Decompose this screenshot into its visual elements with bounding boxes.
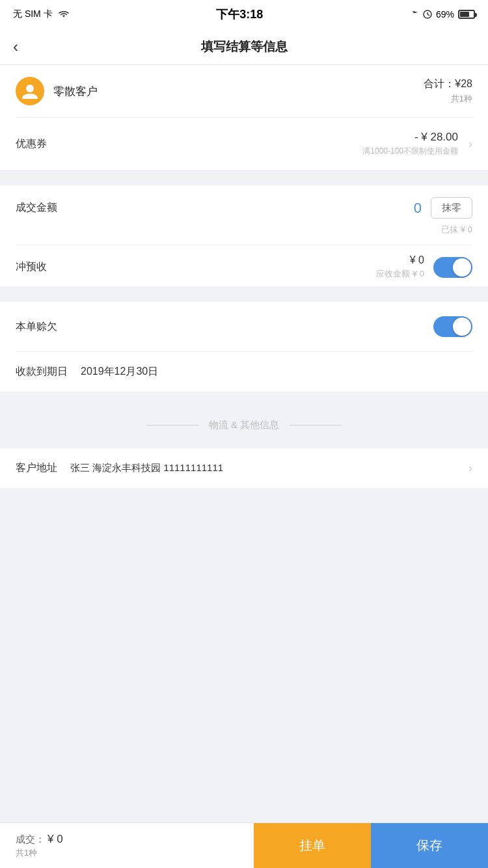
- deal-amount-value[interactable]: 0: [414, 200, 422, 217]
- back-button[interactable]: ‹: [13, 38, 18, 56]
- due-date-value[interactable]: 2019年12月30日: [81, 365, 158, 379]
- gap-3: [0, 400, 488, 407]
- status-left: 无 SIM 卡: [13, 8, 70, 20]
- chevron-right-icon: ›: [468, 137, 472, 151]
- avatar: [16, 77, 44, 105]
- deal-amount-input-area: 0 抹零: [414, 197, 472, 219]
- status-time: 下午3:18: [216, 7, 263, 22]
- save-button[interactable]: 保存: [371, 823, 488, 869]
- address-row[interactable]: 客户地址 张三 海淀永丰科技园 11111111111 ›: [0, 448, 488, 488]
- coupon-right-area: - ¥ 28.00 满1000-100不限制使用金额 ›: [362, 131, 472, 157]
- gap-7: [0, 511, 488, 519]
- due-date-row: 收款到期日 2019年12月30日: [0, 352, 488, 392]
- prepaid-row: 冲预收 ¥ 0 应收金额 ¥ 0: [0, 245, 488, 286]
- bottom-summary: 成交： ¥ 0 共1种: [0, 833, 254, 859]
- gap-5: [0, 496, 488, 504]
- address-label: 客户地址: [16, 461, 57, 475]
- bottom-bar: 成交： ¥ 0 共1种 挂单 保存: [0, 822, 488, 868]
- customer-row: 零散客户 合计：¥28 共1种: [0, 65, 488, 117]
- bottom-deal-amount: ¥ 0: [47, 833, 63, 846]
- nav-bar: ‹ 填写结算等信息: [0, 29, 488, 65]
- address-value: 张三 海淀永丰科技园 11111111111: [70, 462, 465, 474]
- battery-percent: 69%: [436, 9, 454, 20]
- logistics-section: 物流 & 其他信息: [0, 407, 488, 441]
- deal-amount-row: 成交金额 0 抹零: [0, 185, 488, 224]
- total-count: 共1种: [424, 93, 472, 105]
- credit-section: 本单赊欠 收款到期日 2019年12月30日: [0, 302, 488, 392]
- coupon-desc: 满1000-100不限制使用金额: [362, 146, 458, 157]
- total-amount: 合计：¥28: [424, 77, 472, 91]
- customer-info: 零散客户: [16, 77, 98, 105]
- receivable-amount: 应收金额 ¥ 0: [376, 268, 424, 280]
- customer-name: 零散客户: [53, 84, 98, 99]
- customer-total: 合计：¥28 共1种: [424, 77, 472, 105]
- wifi-icon: [58, 10, 70, 19]
- gap-8: [0, 519, 488, 527]
- clock-icon: [423, 10, 432, 19]
- gap-6: [0, 504, 488, 511]
- page-title: 填写结算等信息: [201, 38, 288, 55]
- deal-amount-sub: 已抹 ¥ 0: [0, 224, 488, 245]
- address-chevron-icon: ›: [468, 461, 472, 475]
- location-icon: [410, 10, 419, 19]
- svg-line-2: [427, 14, 429, 16]
- credit-label: 本单赊欠: [16, 320, 57, 334]
- coupon-label: 优惠券: [16, 137, 47, 151]
- address-section: 客户地址 张三 海淀永丰科技园 11111111111 ›: [0, 448, 488, 488]
- bottom-count: 共1种: [16, 847, 238, 859]
- status-right: 69%: [410, 9, 475, 20]
- hang-button[interactable]: 挂单: [254, 823, 371, 869]
- deal-amount-label: 成交金额: [16, 201, 57, 215]
- coupon-row[interactable]: 优惠券 - ¥ 28.00 满1000-100不限制使用金额 ›: [0, 118, 488, 170]
- status-bar: 无 SIM 卡 下午3:18 69%: [0, 0, 488, 29]
- coupon-discount: - ¥ 28.00: [362, 131, 458, 144]
- logistics-label: 物流 & 其他信息: [146, 419, 342, 431]
- prepaid-amount-area: ¥ 0 应收金额 ¥ 0: [376, 254, 424, 280]
- prepaid-right: ¥ 0 应收金额 ¥ 0: [376, 254, 472, 280]
- gap-4: [0, 441, 488, 448]
- credit-toggle[interactable]: [433, 316, 472, 337]
- credit-toggle-knob: [453, 318, 471, 336]
- person-icon: [21, 82, 39, 100]
- bottom-deal-label: 成交：: [16, 834, 45, 846]
- gap-1: [0, 178, 488, 185]
- prepaid-label: 冲预收: [16, 260, 47, 274]
- sim-status: 无 SIM 卡: [13, 8, 53, 20]
- round-off-button[interactable]: 抹零: [431, 197, 472, 219]
- prepaid-toggle[interactable]: [433, 257, 472, 278]
- prepaid-amount: ¥ 0: [376, 254, 424, 266]
- credit-row: 本单赊欠: [0, 302, 488, 351]
- coupon-info: - ¥ 28.00 满1000-100不限制使用金额: [362, 131, 458, 157]
- toggle-knob: [453, 258, 471, 277]
- gap-2: [0, 294, 488, 302]
- due-date-label: 收款到期日: [16, 365, 68, 379]
- svg-point-3: [26, 85, 34, 92]
- battery-icon: [458, 10, 475, 19]
- customer-section: 零散客户 合计：¥28 共1种 优惠券 - ¥ 28.00 满1000-100不…: [0, 65, 488, 170]
- deal-section: 成交金额 0 抹零 已抹 ¥ 0 冲预收 ¥ 0 应收金额 ¥ 0: [0, 185, 488, 286]
